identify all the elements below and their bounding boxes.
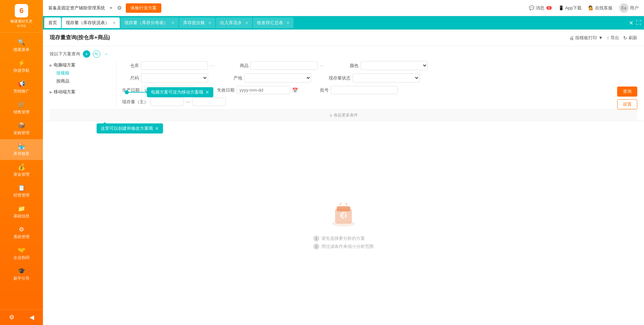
size-select[interactable] xyxy=(141,73,208,83)
tab-close-summary[interactable]: ✕ xyxy=(286,21,289,25)
expire-date-input[interactable] xyxy=(236,86,290,94)
filter-field-origin: 产地 xyxy=(225,73,311,83)
export-btn[interactable]: ↑ 导出 xyxy=(607,35,619,41)
tab-flow[interactable]: 出入库流水 ✕ xyxy=(216,17,252,28)
refresh-icon: ↻ xyxy=(623,35,627,41)
tab-summary[interactable]: 收发存汇总表 ✕ xyxy=(253,17,293,28)
tab-close-batch-account[interactable]: ✕ xyxy=(208,21,211,25)
scheme-item-spec[interactable]: 按规格 xyxy=(56,69,113,77)
warehouse-input[interactable] xyxy=(141,61,208,70)
page-inner: 现存量查询(按仓库+商品) 🖨 按模板打印 ▼ ↑ 导出 ↻ 刷新 xyxy=(43,30,644,325)
print-dropdown-icon: ▼ xyxy=(598,35,603,40)
svg-rect-2 xyxy=(337,206,350,211)
collapse-bar[interactable]: ∧ 收起更多条件 xyxy=(50,109,637,121)
tab-close-flow[interactable]: ✕ xyxy=(245,21,248,25)
fullscreen-icon[interactable]: ⛶ xyxy=(636,20,641,26)
scheme-desktop[interactable]: ▶ 电脑端方案 xyxy=(50,61,113,69)
header-left: 装备及固定资产辅助管理系统 ▼ ⚙ 体验行业方案 xyxy=(48,3,161,13)
goods-dots-icon[interactable]: ··· xyxy=(320,63,324,69)
quick-icon: ⚡ xyxy=(18,59,25,67)
tab-batch-account[interactable]: 库存批次账 ✕ xyxy=(179,17,215,28)
warehouse-dots-icon[interactable]: ··· xyxy=(210,63,214,69)
tabbar: 首页 现存量（库存状况表） ✕ 现存量（库存分布表） ✕ 库存批次账 ✕ 出入库… xyxy=(43,16,644,30)
online-support-btn[interactable]: 💁 在线客服 xyxy=(588,5,612,11)
tab-inventory-dist[interactable]: 现存量（库存分布表） ✕ xyxy=(120,17,178,28)
tab-inventory-status[interactable]: 现存量（库存状况表） ✕ xyxy=(62,17,120,28)
scheme-mobile[interactable]: ▶ 移动端方案 xyxy=(50,88,113,96)
edit-tooltip-close[interactable]: ✕ xyxy=(155,126,159,131)
settings-bottom-icon[interactable]: ⚙ xyxy=(9,314,14,321)
collapse-up-icon: ∧ xyxy=(329,113,332,118)
svg-text::(: :( xyxy=(342,213,345,218)
filter-field-expire-date: 失效日期 📅 xyxy=(217,86,298,94)
tabbar-right: ✕ ⛶ xyxy=(629,20,641,26)
sidebar-item-operation[interactable]: 📋 经营管理 xyxy=(0,181,43,202)
sidebar-item-search[interactable]: 🔍 搜索菜单 xyxy=(0,35,43,56)
sidebar-item-marketing[interactable]: 📢 营销推广 xyxy=(0,77,43,98)
scheme-item-goods[interactable]: 按商品 xyxy=(56,77,113,85)
marketing-icon: 📢 xyxy=(18,80,25,88)
empty-state: :( 1 请先选择要分析的方案 2 用过滤条件来缩小分析范围 xyxy=(43,121,644,325)
filter-field-batch: 批号 xyxy=(312,86,398,94)
operation-icon: 📋 xyxy=(18,184,25,192)
filter-add-scheme-btn[interactable]: + xyxy=(83,50,90,58)
print-template-btn[interactable]: 🖨 按模板打印 ▼ xyxy=(569,35,603,41)
sidebar-item-finance[interactable]: 💰 资金管理 xyxy=(0,160,43,181)
empty-tips: 1 请先选择要分析的方案 2 用过滤条件来缩小分析范围 xyxy=(313,235,374,250)
logo-text: 畅捷通好生意 标准版 xyxy=(10,19,33,28)
empty-tip-2: 2 用过滤条件来缩小分析范围 xyxy=(313,243,374,250)
filter-refresh-scheme-btn[interactable]: ↻ xyxy=(93,50,100,58)
search-button[interactable]: 查询 xyxy=(617,87,637,97)
svg-line-6 xyxy=(345,203,347,205)
system-icon: ⚙ xyxy=(19,226,24,233)
page-titlebar: 现存量查询(按仓库+商品) 🖨 按模板打印 ▼ ↑ 导出 ↻ 刷新 xyxy=(43,30,644,46)
export-icon: ↑ xyxy=(607,35,609,41)
filter-field-color: 颜色 xyxy=(342,61,428,70)
batch-input[interactable] xyxy=(331,86,398,94)
filter-header: 按以下方案查询 + ↻ ← xyxy=(50,50,637,58)
refresh-btn[interactable]: ↻ 刷新 xyxy=(623,35,637,41)
system-name: 装备及固定资产辅助管理系统 xyxy=(48,5,105,11)
color-select[interactable] xyxy=(361,61,428,70)
system-dropdown-icon[interactable]: ▼ xyxy=(109,6,113,10)
sidebar-item-system[interactable]: ⚙ 系统管理 xyxy=(0,222,43,243)
tab-home[interactable]: 首页 xyxy=(44,17,61,28)
sidebar-item-sales[interactable]: 🛒 销售管理 xyxy=(0,98,43,118)
stock-qty-min-input[interactable] xyxy=(150,98,184,106)
tab-close-inventory-status[interactable]: ✕ xyxy=(113,21,116,25)
origin-select[interactable] xyxy=(244,73,311,83)
filter-fields-panel: 仓库 ··· 商品 ··· 颜色 xyxy=(117,61,637,109)
app-download-btn[interactable]: 📱 App下载 xyxy=(558,5,582,11)
expire-date-calendar-icon[interactable]: 📅 xyxy=(292,88,298,93)
filter-field-goods: 商品 ··· xyxy=(232,61,324,70)
stock-status-select[interactable] xyxy=(353,73,420,83)
scheme-dot-line xyxy=(129,92,147,93)
user-menu[interactable]: Ea 用户 xyxy=(619,3,639,13)
filter-back-btn[interactable]: ← xyxy=(103,50,110,58)
support-icon: 💁 xyxy=(588,5,594,10)
sidebar-item-inventory[interactable]: 🏪 库存核算 xyxy=(0,139,43,160)
sidebar-item-enterprise[interactable]: 🤝 企业协同 xyxy=(0,243,43,264)
filter-row-2: 尺码 产地 现存量状态 xyxy=(122,73,637,83)
close-all-tabs-icon[interactable]: ✕ xyxy=(629,20,633,26)
scheme-dot-indicator xyxy=(125,90,129,94)
sidebar-item-purchase[interactable]: 📦 采购管理 xyxy=(0,118,43,139)
stock-qty-max-input[interactable] xyxy=(192,98,226,106)
scheme-tooltip-close[interactable]: ✕ xyxy=(205,90,209,95)
settings-gear-icon[interactable]: ⚙ xyxy=(117,5,122,11)
svg-line-5 xyxy=(339,203,341,205)
set-button[interactable]: 设置 xyxy=(617,99,637,109)
trial-btn[interactable]: 体验行业方案 xyxy=(126,3,161,13)
message-btn[interactable]: 💬 消息 6 xyxy=(529,5,552,11)
filter-label: 按以下方案查询 xyxy=(50,51,80,57)
empty-tip-1: 1 请先选择要分析的方案 xyxy=(313,235,374,241)
filter-row-4: 现存量（主） — xyxy=(122,98,637,106)
sidebar-item-guide[interactable]: 🎓 新手引导 xyxy=(0,264,43,285)
sidebar-item-quick[interactable]: ⚡ 快捷导航 xyxy=(0,56,43,77)
tab-close-inventory-dist[interactable]: ✕ xyxy=(171,21,174,25)
scheme-tree-panel: 这里可以创建和修改方案哦 ✕ ▶ 电脑端方案 按规格 xyxy=(50,61,117,109)
logo-icon: 6 xyxy=(15,4,28,17)
sidebar-item-basic[interactable]: 📁 基础信息 xyxy=(0,202,43,222)
goods-input[interactable] xyxy=(251,61,318,70)
collapse-sidebar-icon[interactable]: ◀ xyxy=(30,314,34,321)
